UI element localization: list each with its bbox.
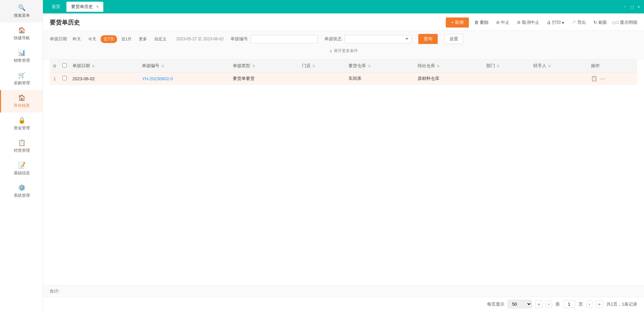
sidebar-item-system[interactable]: ⚙️ 系统管理 [0, 180, 43, 203]
row-order-no[interactable]: YH-20230602-0 [139, 73, 230, 85]
window-minimize[interactable]: － [623, 4, 627, 10]
toolbar: + 新增 🗑 删除 ⊘ 中止 ⊘ 取消中止 🖨 打印 ▾ ↗ 导出 ↻ 刷新 □… [446, 17, 637, 28]
sidebar-item-label: 资金管理 [14, 125, 30, 131]
sidebar-item-label: 销售管理 [14, 58, 30, 63]
next-page-btn[interactable]: › [586, 300, 592, 308]
col-order-no: 单据编号 ⇅ [139, 59, 230, 73]
sidebar-item-operations[interactable]: 📋 经营管理 [0, 135, 43, 158]
row-date: 2023-06-02 [70, 73, 139, 85]
date-btn-7days[interactable]: 近7天 [101, 35, 117, 43]
status-select[interactable] [344, 35, 412, 43]
operations-icon: 📋 [18, 139, 25, 146]
basic-icon: 📝 [18, 162, 25, 169]
main-area: 首页 要货单历史 × － □ × 要货单历史 + 新增 🗑 删除 ⊘ 中止 ⊘ … [43, 0, 644, 311]
row-req-warehouse: 车间库 [346, 73, 415, 85]
table-header-row: ⚙ 单据日期 ⇅ 单据编号 ⇅ [50, 59, 637, 73]
tab-active[interactable]: 要货单历史 × [66, 2, 103, 12]
first-page-btn[interactable]: « [535, 300, 542, 308]
date-btn-1month[interactable]: 近1月 [118, 35, 135, 43]
window-maximize[interactable]: □ [631, 4, 634, 9]
col-checkbox[interactable] [60, 59, 70, 73]
search-icon: 🔍 [18, 4, 25, 11]
sort-req-wh-icon[interactable]: ⇅ [368, 64, 371, 68]
sort-date-icon[interactable]: ⇅ [92, 64, 95, 68]
date-range-group: 2023-05-27 至 2023-06-02 [176, 36, 223, 42]
tab-home[interactable]: 首页 [47, 2, 65, 12]
sidebar-item-label: 系统管理 [14, 193, 30, 198]
sort-pending-wh-icon[interactable]: ⇅ [437, 64, 439, 68]
filter-row: 单据日期 昨天 今天 近7天 近1月 更多 自定义 2023-05-27 至 2… [50, 34, 637, 44]
print-button[interactable]: 🖨 打印 ▾ [545, 18, 567, 27]
window-close[interactable]: × [637, 4, 640, 9]
sort-handler-icon[interactable]: ⇅ [548, 64, 551, 68]
row-checkbox-cell[interactable] [60, 73, 70, 85]
order-no-link[interactable]: YH-20230602-0 [142, 76, 173, 81]
select-all-checkbox[interactable] [62, 63, 67, 68]
delete-button[interactable]: 🗑 删除 [472, 18, 491, 27]
home-icon: 🏠 [18, 27, 25, 34]
per-page-label: 每页显示 [487, 301, 504, 307]
sort-dept-icon[interactable]: ⇅ [497, 64, 499, 68]
display-detail-toggle[interactable]: □ □ 显示明细 [612, 19, 637, 26]
sidebar-item-basic[interactable]: 📝 基础信息 [0, 158, 43, 180]
col-handler: 经手人 ⇅ [531, 59, 589, 73]
topbar: 首页 要货单历史 × － □ × [43, 0, 644, 13]
date-btn-custom[interactable]: 自定义 [151, 35, 169, 43]
row-department [484, 73, 531, 85]
last-page-btn[interactable]: » [596, 300, 603, 308]
per-page-select[interactable]: 50 10 20 100 [508, 300, 532, 308]
sidebar-item-sales[interactable]: 📊 销售管理 [0, 45, 43, 68]
table-container: ⚙ 单据日期 ⇅ 单据编号 ⇅ [43, 59, 644, 285]
status-label: 单据状态 [324, 36, 342, 42]
order-no-label: 单据编号 [230, 36, 248, 42]
sales-icon: 📊 [18, 49, 25, 56]
row-handler [531, 73, 589, 85]
table-row: 1 2023-06-02 YH-20230602-0 要货单要货 车间库 原材料… [50, 73, 637, 85]
table-body: 1 2023-06-02 YH-20230602-0 要货单要货 车间库 原材料… [50, 73, 637, 85]
sidebar-item-finance[interactable]: 🔒 资金管理 [0, 113, 43, 135]
sidebar-item-search[interactable]: 🔍 搜索菜单 [0, 0, 43, 23]
query-button[interactable]: 查询 [418, 34, 438, 44]
expand-more-btn[interactable]: ∨ 展开更多条件 [50, 46, 637, 56]
suspend-button[interactable]: ⊘ 中止 [494, 18, 512, 27]
sort-order-type-icon[interactable]: ⇅ [252, 64, 255, 68]
sidebar-item-purchase[interactable]: 🛒 采购管理 [0, 68, 43, 90]
row-pending-warehouse: 原材料仓库 [415, 73, 484, 85]
page-input[interactable] [563, 300, 575, 308]
tab-close-icon[interactable]: × [96, 4, 99, 9]
sidebar-item-label: 快捷导航 [14, 35, 30, 41]
date-btn-more[interactable]: 更多 [136, 35, 150, 43]
sidebar-item-inventory[interactable]: 🏠 库存核算 [0, 90, 43, 113]
date-filter-group: 单据日期 昨天 今天 近7天 近1月 更多 自定义 [50, 35, 169, 43]
row-edit-icon[interactable]: 📋 [591, 76, 597, 82]
col-action: 操作 [588, 59, 637, 73]
col-settings[interactable]: ⚙ [50, 59, 60, 73]
row-order-type: 要货单要货 [230, 73, 299, 85]
date-range-text: 2023-05-27 至 2023-06-02 [176, 36, 223, 42]
row-more-icon[interactable]: ⋯ [600, 76, 605, 82]
sidebar-item-label: 采购管理 [14, 80, 30, 86]
settings-icon[interactable]: ⚙ [53, 63, 57, 69]
date-btn-group: 昨天 今天 近7天 近1月 更多 自定义 [70, 35, 169, 43]
col-req-warehouse: 要货仓库 ⇅ [346, 59, 415, 73]
cancel-suspend-button[interactable]: ⊘ 取消中止 [515, 18, 541, 27]
sort-order-no-icon[interactable]: ⇅ [161, 64, 164, 68]
new-button[interactable]: + 新增 [446, 17, 469, 28]
topbar-right: － □ × [623, 4, 640, 10]
row-store [299, 73, 346, 85]
order-no-input[interactable] [251, 35, 318, 43]
sidebar-item-quick-nav[interactable]: 🏠 快捷导航 [0, 23, 43, 45]
row-checkbox[interactable] [62, 76, 67, 80]
date-btn-today[interactable]: 今天 [85, 35, 99, 43]
sidebar-item-label: 经营管理 [14, 148, 30, 153]
checkbox-icon: □ [612, 20, 615, 25]
prev-page-btn[interactable]: ‹ [546, 300, 552, 308]
date-btn-yesterday[interactable]: 昨天 [70, 35, 84, 43]
order-no-filter-group: 单据编号 [230, 35, 318, 43]
data-table: ⚙ 单据日期 ⇅ 单据编号 ⇅ [50, 59, 637, 85]
sort-store-icon[interactable]: ⇅ [312, 64, 315, 68]
export-button[interactable]: ↗ 导出 [570, 18, 588, 27]
settings-button[interactable]: 设置 [444, 34, 463, 44]
sidebar: 🔍 搜索菜单 🏠 快捷导航 📊 销售管理 🛒 采购管理 🏠 库存核算 🔒 资金管… [0, 0, 43, 311]
refresh-button[interactable]: ↻ 刷新 [591, 18, 609, 27]
